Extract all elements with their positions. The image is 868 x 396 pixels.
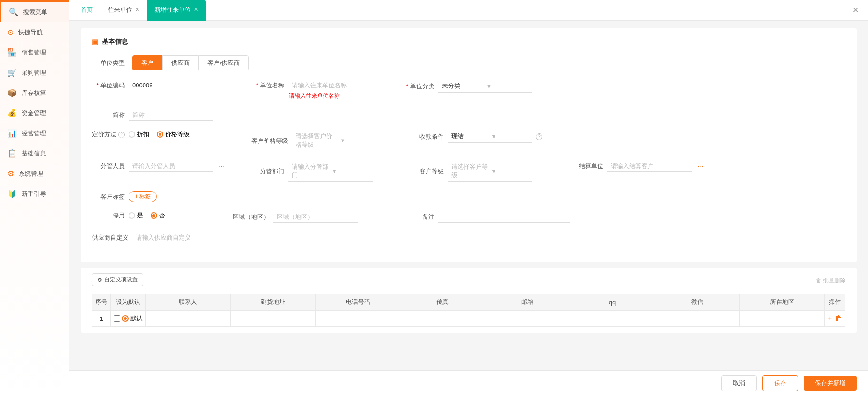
disabled-label: 停用 — [92, 211, 125, 220]
customer-level-select[interactable]: 请选择客户等级 ▼ — [448, 161, 532, 182]
radio-no[interactable]: 否 — [151, 211, 165, 220]
sidebar-item-label: 经营管理 — [22, 129, 46, 138]
cancel-button[interactable]: 取消 — [721, 375, 757, 391]
settlement-unit-input[interactable] — [607, 161, 692, 172]
manager-more-button[interactable]: ··· — [217, 162, 227, 171]
cell-address[interactable] — [230, 311, 315, 327]
tab-new-partner-close[interactable]: ✕ — [194, 7, 198, 13]
tab-new-partner[interactable]: 新增往来单位 ✕ — [147, 0, 206, 21]
tab-partner[interactable]: 往来单位 ✕ — [100, 0, 147, 21]
row-region-input[interactable] — [743, 315, 822, 322]
sidebar-item-system[interactable]: ⚙ 系统管理 — [0, 163, 69, 184]
cell-phone[interactable] — [315, 311, 400, 327]
unit-name-input-wrap — [288, 80, 391, 91]
col-email: 邮箱 — [485, 294, 570, 311]
sidebar-item-finance[interactable]: 💰 资金管理 — [0, 103, 69, 123]
cell-email[interactable] — [485, 311, 570, 327]
manager-input[interactable] — [129, 161, 213, 172]
supplier-custom-input[interactable] — [132, 232, 236, 243]
pricing-method-label: 定价方法 ? — [92, 130, 125, 139]
custom-setting-button[interactable]: ⚙ 自定义项设置 — [92, 273, 143, 286]
cell-region[interactable] — [739, 311, 824, 327]
save-button[interactable]: 保存 — [762, 375, 798, 391]
wechat-input[interactable] — [658, 315, 737, 322]
main-area: 首页 往来单位 ✕ 新增往来单位 ✕ ✕ ▣ 基本信息 单位类型 客户 — [69, 0, 868, 396]
radio-yes[interactable]: 是 — [129, 211, 143, 220]
radio-no-label: 否 — [159, 211, 165, 220]
pricing-info-icon[interactable]: ? — [118, 132, 125, 138]
fax-input[interactable] — [403, 315, 482, 322]
radio-discount[interactable]: 折扣 — [129, 130, 149, 139]
custom-setting-label: 自定义项设置 — [104, 276, 138, 284]
default-radio[interactable]: 默认 — [122, 314, 143, 323]
sidebar-item-guide[interactable]: 🔰 新手引导 — [0, 184, 69, 204]
sidebar-item-quick-nav[interactable]: ⊙ 快捷导航 — [0, 22, 69, 42]
col-phone: 电话号码 — [315, 294, 400, 311]
contact-table: 序号 设为默认 联系人 到货地址 电话号码 传真 邮箱 qq 微信 所在地区 操… — [92, 294, 845, 327]
customer-level-label: 客户等级 — [411, 167, 444, 176]
unit-code-input[interactable] — [129, 80, 213, 91]
operations-icon: 📊 — [8, 129, 17, 138]
cell-fax[interactable] — [400, 311, 485, 327]
col-index: 序号 — [92, 294, 111, 311]
type-btn-customer[interactable]: 客户 — [132, 55, 162, 70]
unit-code-label: * 单位编码 — [92, 81, 125, 90]
sidebar-item-purchase[interactable]: 🛒 采购管理 — [0, 62, 69, 83]
sidebar-item-basic-info[interactable]: 📋 基础信息 — [0, 143, 69, 163]
batch-delete-button[interactable]: 🗑 批量删除 — [816, 277, 845, 285]
remark-label: 备注 — [402, 213, 434, 221]
type-btn-both[interactable]: 客户/供应商 — [198, 55, 249, 70]
remark-input[interactable] — [438, 211, 570, 223]
cell-contact[interactable] — [145, 311, 230, 327]
add-row-button[interactable]: + — [828, 314, 832, 323]
region-input[interactable] — [273, 211, 358, 223]
add-tag-label: + 标签 — [135, 193, 151, 201]
tab-home[interactable]: 首页 — [73, 0, 100, 21]
payment-condition-select[interactable]: 现结 ▼ — [448, 130, 532, 143]
tabs-bar: 首页 往来单位 ✕ 新增往来单位 ✕ ✕ — [69, 0, 868, 21]
settlement-more-button[interactable]: ··· — [695, 162, 705, 171]
cell-action: + 🗑 — [824, 311, 845, 327]
delete-row-button[interactable]: 🗑 — [835, 314, 842, 323]
short-name-input[interactable] — [129, 109, 213, 121]
unit-category-select[interactable]: 未分类 ▼ — [438, 80, 532, 93]
default-radio-circle — [122, 315, 129, 322]
type-btn-supplier[interactable]: 供应商 — [162, 55, 198, 70]
col-contact: 联系人 — [145, 294, 230, 311]
sidebar-item-label: 新手引导 — [22, 190, 46, 198]
customer-price-level-select[interactable]: 请选择客户价格等级 ▼ — [292, 130, 386, 151]
pricing-radio-group: 折扣 价格等级 — [129, 130, 190, 139]
radio-price-level[interactable]: 价格等级 — [157, 130, 190, 139]
add-tag-button[interactable]: + 标签 — [129, 191, 157, 202]
sidebar-item-sales[interactable]: 🏪 销售管理 — [0, 42, 69, 62]
phone-input[interactable] — [319, 315, 397, 322]
address-input[interactable] — [234, 315, 312, 322]
col-action: 操作 — [824, 294, 845, 311]
save-new-button[interactable]: 保存并新增 — [804, 376, 857, 391]
window-close-button[interactable]: ✕ — [847, 6, 864, 15]
sidebar-item-search[interactable]: 🔍 搜索菜单 — [0, 2, 69, 22]
payment-info-icon[interactable]: ? — [536, 133, 542, 140]
unit-type-field: 单位类型 客户 供应商 客户/供应商 — [92, 55, 845, 70]
email-input[interactable] — [488, 315, 567, 322]
unit-name-input[interactable] — [288, 80, 391, 91]
remark-field: 备注 — [402, 211, 845, 223]
disabled-field: 停用 是 否 — [92, 211, 233, 220]
customer-level-dropdown-icon: ▼ — [491, 168, 528, 175]
region-more-button[interactable]: ··· — [361, 213, 371, 221]
cell-wechat[interactable] — [655, 311, 739, 327]
unit-category-value: 未分类 — [442, 82, 484, 90]
customer-tag-field: 客户标签 + 标签 — [92, 191, 845, 202]
department-select[interactable]: 请输入分管部门 ▼ — [288, 161, 373, 182]
system-icon: ⚙ — [8, 169, 14, 178]
sidebar-item-operations[interactable]: 📊 经营管理 — [0, 123, 69, 143]
sidebar-item-inventory[interactable]: 📦 库存核算 — [0, 83, 69, 103]
contact-input[interactable] — [149, 315, 228, 322]
tab-partner-close[interactable]: ✕ — [135, 7, 139, 13]
row-checkbox[interactable] — [114, 315, 120, 322]
cell-qq[interactable] — [570, 311, 655, 327]
sidebar-item-label: 系统管理 — [19, 170, 43, 178]
radio-price-level-label: 价格等级 — [165, 130, 190, 139]
cell-index: 1 — [92, 311, 111, 327]
qq-input[interactable] — [573, 315, 652, 322]
